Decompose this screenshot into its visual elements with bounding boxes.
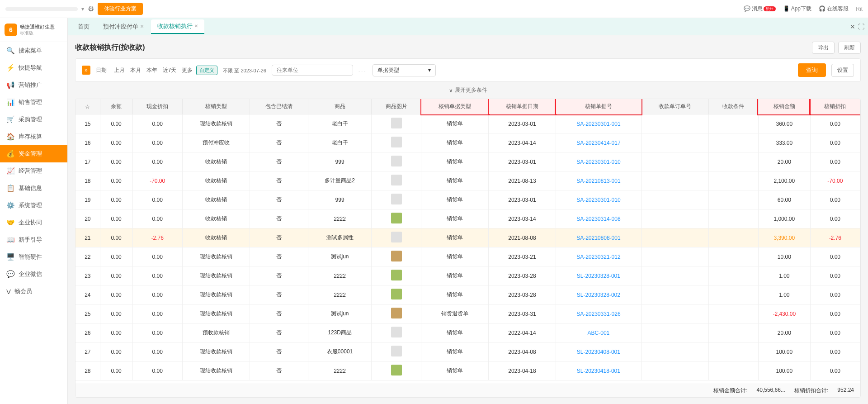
tab1-close-icon[interactable]: ✕ [140,24,144,29]
sidebar: 6 畅捷通谁好生意 标准版 🔍 搜索菜单 ⚡ 快捷导航 📢 营销推广 📊 销售管… [0,18,68,404]
tab-expand-button[interactable]: ⛶ [858,23,864,30]
goods-image [391,213,402,223]
doc-no-link[interactable]: SA-20230301-010 [576,159,620,165]
goods-image-placeholder [391,175,402,185]
table-row: 200.000.00收款核销否2222销货单2023-03-14SA-20230… [75,209,860,228]
last7days-btn[interactable]: 近7天 [161,66,179,75]
goods-image-placeholder [391,118,402,128]
more-date-btn[interactable]: 更多 [180,66,194,75]
sidebar-label-quicknav: 快捷导航 [19,64,42,72]
table-row: 170.000.00收款核销否999销货单2023-03-01SA-202303… [75,152,860,171]
sidebar-item-member[interactable]: V 畅会员 [0,283,67,300]
goods-image [391,308,402,318]
sidebar-item-system[interactable]: ⚙️ 系统管理 [0,197,67,214]
sidebar-label-finance: 资金管理 [19,150,42,158]
message-link[interactable]: 💬 消息99+ [744,5,776,13]
sidebar-label-purchase: 采购管理 [19,115,42,124]
doc-no-link[interactable]: SL-20230408-001 [577,349,620,355]
table-row: 150.000.00现结收款核销否老白干销货单2023-03-01SA-2023… [75,114,860,133]
sidebar-item-finance[interactable]: 💰 资金管理 [0,145,67,162]
tab-close-button[interactable]: ✕ [850,23,855,30]
doc-no-link[interactable]: SL-20230328-002 [577,292,620,298]
table-scroll[interactable]: ☆ 余额 现金折扣 核销类型 包含已结清 商品 商品图片 核销单据类型 核销单据… [75,99,860,384]
doc-no-link[interactable]: SA-20230301-001 [576,121,620,127]
goods-image [391,270,402,280]
doc-no-link[interactable]: SA-20210808-001 [576,235,620,241]
operations-icon: 📈 [6,167,15,175]
col-writeoff-type: 核销类型 [182,99,250,114]
sidebar-item-operations[interactable]: 📈 经营管理 [0,162,67,180]
date-range-display: 不限 至 2023-07-26 [223,67,266,74]
doc-no-link[interactable]: SA-20230301-010 [576,197,620,203]
table-footer: 核销金额合计: 40,556,66... 核销折扣合计: 952.24 [75,384,860,397]
sidebar-item-inventory[interactable]: 🏠 库存核算 [0,128,67,145]
logo-text-area: 畅捷通谁好生意 标准版 [20,24,55,36]
col-balance: 余额 [100,99,132,114]
sidebar-label-guide: 新手引导 [19,236,42,244]
dots-separator: ... [359,67,367,73]
tab-home[interactable]: 首页 [71,20,96,33]
sidebar-item-search[interactable]: 🔍 搜索菜单 [0,42,67,59]
sidebar-item-purchase[interactable]: 🛒 采购管理 [0,111,67,128]
basic-info-icon: 📋 [6,184,15,192]
filter-expand-button[interactable]: » [82,66,90,75]
this-month-btn[interactable]: 本月 [128,66,143,75]
col-pay-terms: 收款条件 [708,99,758,114]
sidebar-item-quicknav[interactable]: ⚡ 快捷导航 [0,59,67,76]
message-badge: 99+ [764,6,776,11]
doc-no-link[interactable]: SA-20230414-017 [576,140,620,146]
doc-type-select[interactable]: 单据类型 ▾ [373,64,436,76]
sidebar-item-sales[interactable]: 📊 销售管理 [0,94,67,111]
gear-icon[interactable]: ⚙ [88,5,94,13]
tab-prepay[interactable]: 预付冲应付单 ✕ [97,20,150,33]
settings-button[interactable]: 设置 [831,64,854,77]
logo-text: 畅捷通谁好生意 [20,24,55,30]
doc-no-link[interactable]: SA-20230314-008 [576,216,620,222]
sidebar-item-wechat[interactable]: 💬 企业微信 [0,266,67,283]
table-row: 230.000.00现结收款核销否2222销货单2023-03-28SL-202… [75,266,860,285]
tab2-close-icon[interactable]: ✕ [194,24,198,29]
export-button[interactable]: 导出 [812,42,835,54]
service-link[interactable]: 🎧 在线客服 [819,5,849,13]
table-body: 150.000.00现结收款核销否老白干销货单2023-03-01SA-2023… [75,114,860,380]
sidebar-item-hardware[interactable]: 🖥️ 智能硬件 [0,248,67,266]
sidebar-item-collab[interactable]: 🤝 企业协同 [0,214,67,231]
sidebar-item-basic-info[interactable]: 📋 基础信息 [0,180,67,197]
industry-btn[interactable]: 休验行业方案 [98,3,143,15]
sidebar-item-marketing[interactable]: 📢 营销推广 [0,76,67,94]
goods-image-placeholder [391,346,402,356]
doc-no-link[interactable]: SA-20230321-012 [576,254,620,260]
inventory-icon: 🏠 [6,133,15,141]
table-row: 220.000.00现结收款核销否测试jun销货单2023-03-21SA-20… [75,247,860,266]
sidebar-label-hardware: 智能硬件 [19,253,42,261]
col-discount: 核销折扣 [810,99,860,114]
doc-no-link[interactable]: SA-20230331-026 [576,311,620,317]
member-icon: V [6,288,11,295]
logo-icon: 6 [5,24,17,36]
refresh-button[interactable]: 刷新 [838,42,861,54]
expand-more-icon: ∨ [449,87,453,94]
doc-no-link[interactable]: SA-20210813-001 [576,178,620,184]
sidebar-label-marketing: 营销推广 [19,81,42,89]
last-month-btn[interactable]: 上月 [112,66,127,75]
sidebar-label-inventory: 库存核算 [19,133,42,141]
sidebar-label-basic: 基础信息 [19,184,42,192]
top-search[interactable] [5,7,78,11]
expand-more-button[interactable]: ∨ 展开更多条件 [449,86,487,94]
doc-no-link[interactable]: ABC-001 [588,330,610,336]
this-year-btn[interactable]: 本年 [145,66,159,75]
doc-no-link[interactable]: SL-20230328-001 [577,273,620,279]
tab-writeoff[interactable]: 收款核销执行 ✕ [151,19,204,34]
date-label: 日期 [96,67,107,74]
user-label[interactable]: Rit [856,6,863,12]
goods-image-placeholder [391,194,402,204]
sidebar-label-search: 搜索菜单 [19,47,42,55]
doc-no-link[interactable]: SL-20230418-001 [577,368,620,374]
table-row: 210.00-2.76收款核销否测试多属性销货单2021-08-08SA-202… [75,228,860,247]
footer-amount-label: 核销金额合计: [713,387,747,394]
partner-input[interactable] [272,65,353,76]
sidebar-item-guide[interactable]: 📖 新手引导 [0,231,67,248]
query-button[interactable]: 查询 [798,63,826,77]
app-download-link[interactable]: 📱 App下载 [783,5,811,13]
custom-date-btn[interactable]: 自定义 [196,66,217,75]
